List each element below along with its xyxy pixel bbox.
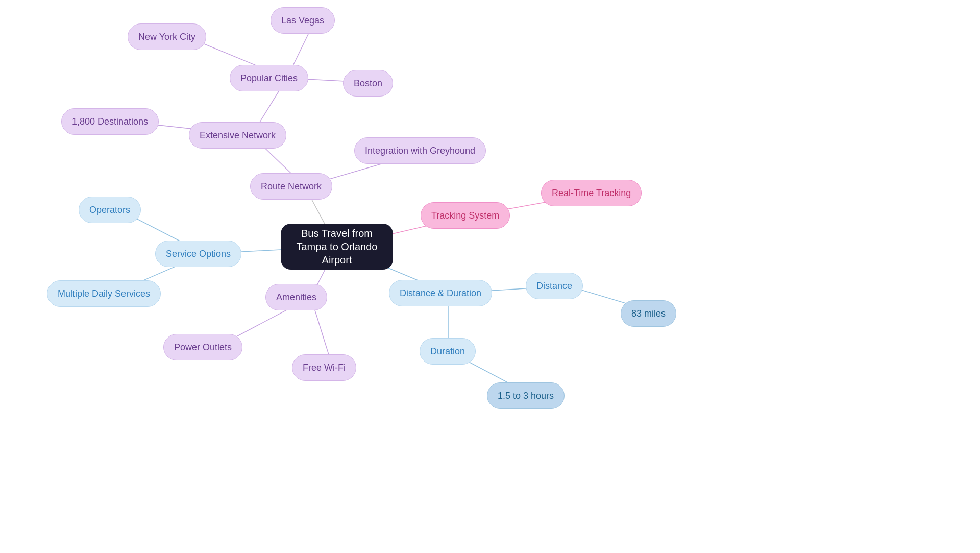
new-york-city-node: New York City [128,23,206,50]
amenities-node: Amenities [265,284,327,310]
extensive-network-node: Extensive Network [189,122,286,149]
integration-greyhound-node: Integration with Greyhound [354,137,486,164]
distance-node: Distance [526,273,583,299]
destinations-node: 1,800 Destinations [61,108,159,135]
hours-node: 1.5 to 3 hours [487,382,565,409]
power-outlets-node: Power Outlets [163,334,242,360]
center-node: Bus Travel from Tampa to Orlando Airport [281,224,393,270]
free-wifi-node: Free Wi-Fi [292,354,356,381]
miles-node: 83 miles [621,300,676,327]
popular-cities-node: Popular Cities [230,65,308,91]
boston-node: Boston [343,70,393,97]
multiple-daily-services-node: Multiple Daily Services [47,280,161,307]
real-time-tracking-node: Real-Time Tracking [541,180,642,206]
duration-node: Duration [420,338,476,365]
distance-duration-node: Distance & Duration [389,280,492,306]
tracking-system-node: Tracking System [421,202,510,229]
operators-node: Operators [79,197,141,223]
service-options-node: Service Options [155,241,241,267]
route-network-node: Route Network [250,173,332,200]
las-vegas-node: Las Vegas [271,7,335,34]
